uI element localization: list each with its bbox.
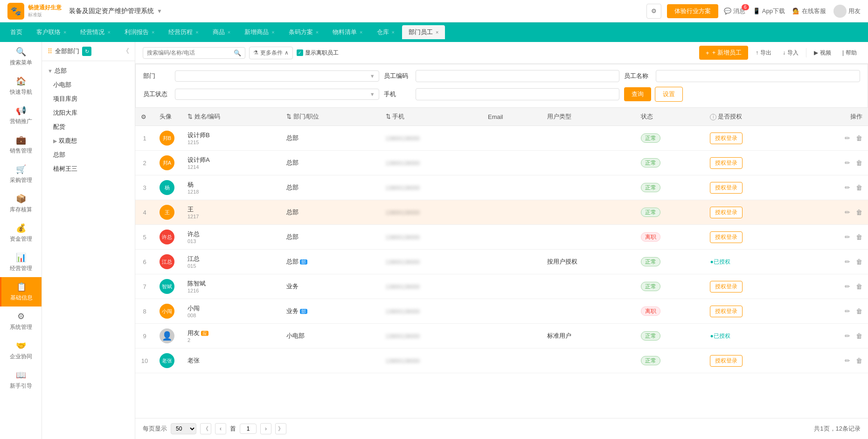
delete-button[interactable]: 🗑	[856, 209, 862, 216]
tab-barcode[interactable]: 条码方案 ×	[282, 25, 325, 39]
first-page-button[interactable]: 《	[200, 423, 211, 434]
dept-filter-select[interactable]: ▼	[175, 70, 379, 82]
user-area[interactable]: 用友	[833, 5, 861, 18]
sidebar-item-operations-nav[interactable]: 📊 经营管理	[0, 248, 42, 277]
settings-button[interactable]: ⚙	[646, 4, 661, 19]
sidebar-item-finance[interactable]: 💰 资金管理	[0, 218, 42, 248]
close-icon[interactable]: ×	[360, 29, 362, 35]
close-icon[interactable]: ×	[392, 29, 395, 35]
emp-code-input[interactable]	[416, 70, 620, 82]
import-button[interactable]: ↓ 导入	[779, 47, 802, 59]
dept-tree-item-zongbu2[interactable]: 总部	[42, 148, 135, 162]
close-icon[interactable]: ×	[228, 29, 230, 35]
page-number-input[interactable]	[240, 424, 257, 434]
delete-button[interactable]: 🗑	[856, 233, 862, 241]
sidebar-item-collab[interactable]: 🤝 企业协同	[0, 336, 42, 365]
help-button[interactable]: | 帮助	[839, 47, 861, 59]
close-icon[interactable]: ×	[271, 29, 274, 35]
col-dept[interactable]: ⇅ 部门/职位	[281, 108, 380, 126]
prev-page-button[interactable]: ‹	[215, 423, 226, 434]
tab-operations[interactable]: 经营情况 ×	[74, 25, 117, 39]
dept-tree-item-xiangmu[interactable]: 项目库房	[42, 92, 135, 106]
auth-login-button[interactable]: 授权登录	[710, 182, 743, 194]
phone-input[interactable]	[416, 88, 620, 100]
tab-department[interactable]: 部门员工 ×	[402, 25, 445, 39]
view-button[interactable]: ▶ 视频	[810, 47, 835, 59]
edit-button[interactable]: ✏	[845, 307, 850, 315]
tab-customer[interactable]: 客户联络 ×	[30, 25, 73, 39]
auth-login-button[interactable]: 授权登录	[710, 207, 743, 218]
sidebar-item-guide[interactable]: 📖 新手引导	[0, 365, 42, 395]
tab-home[interactable]: 首页	[4, 25, 29, 39]
message-button[interactable]: 💬 6 消息	[724, 7, 745, 15]
search-input-wrap[interactable]: 🔍	[143, 47, 245, 59]
close-icon[interactable]: ×	[316, 29, 319, 35]
edit-button[interactable]: ✏	[845, 134, 850, 142]
delete-button[interactable]: 🗑	[856, 332, 862, 340]
auth-login-button[interactable]: 授权登录	[710, 281, 743, 293]
sidebar-item-search[interactable]: 🔍 搜索菜单	[0, 42, 42, 71]
delete-button[interactable]: 🗑	[856, 307, 862, 315]
sidebar-item-shortcut[interactable]: 🏠 快速导航	[0, 71, 42, 101]
delete-button[interactable]: 🗑	[856, 134, 862, 142]
app-download-button[interactable]: 📱 App下载	[753, 7, 785, 15]
dept-tree-item-xiaodian[interactable]: 小电部	[42, 78, 135, 92]
tab-materials[interactable]: 物料清单 ×	[326, 25, 369, 39]
tab-warehouse[interactable]: 仓库 ×	[370, 25, 401, 39]
close-icon[interactable]: ×	[436, 29, 438, 35]
more-conditions-button[interactable]: ⚗ 更多条件 ∧	[249, 47, 293, 59]
dept-collapse-button[interactable]: 《	[123, 47, 129, 56]
edit-button[interactable]: ✏	[845, 209, 850, 216]
dept-refresh-button[interactable]: ↻	[82, 47, 91, 56]
tab-profit[interactable]: 利润报告 ×	[118, 25, 161, 39]
query-button[interactable]: 查询	[624, 87, 651, 101]
close-icon[interactable]: ×	[107, 29, 110, 35]
auth-login-button[interactable]: 授权登录	[710, 132, 743, 144]
delete-button[interactable]: 🗑	[856, 357, 862, 364]
col-name[interactable]: ⇅ 姓名/编码	[182, 108, 281, 126]
sidebar-item-system[interactable]: ⚙ 系统管理	[0, 307, 42, 336]
tab-new-goods[interactable]: 新增商品 ×	[238, 25, 281, 39]
emp-status-select[interactable]: ▼	[175, 89, 379, 100]
close-icon[interactable]: ×	[195, 29, 198, 35]
edit-button[interactable]: ✏	[845, 233, 850, 241]
set-button[interactable]: 设置	[655, 87, 683, 102]
edit-button[interactable]: ✏	[845, 283, 850, 290]
trial-button[interactable]: 体验行业方案	[667, 4, 718, 18]
col-phone[interactable]: ⇅ 手机	[380, 108, 482, 126]
emp-name-input[interactable]	[656, 70, 860, 82]
delete-button[interactable]: 🗑	[856, 184, 862, 191]
dept-tree-item-peihuo[interactable]: 配货	[42, 120, 135, 134]
dept-tree-item-chabi[interactable]: 植树王三	[42, 162, 135, 176]
last-page-button[interactable]: 》	[275, 423, 286, 434]
sidebar-item-marketing[interactable]: 📢 营销推广	[0, 101, 42, 130]
dropdown-arrow-icon[interactable]: ▼	[157, 8, 162, 14]
edit-button[interactable]: ✏	[845, 159, 850, 167]
auth-login-button[interactable]: 授权登录	[710, 355, 743, 367]
show-resigned-checkbox[interactable]: ✓ 显示离职员工	[297, 49, 339, 57]
search-input[interactable]	[147, 49, 232, 56]
tab-process[interactable]: 经营历程 ×	[162, 25, 205, 39]
sidebar-item-basic[interactable]: 📋 基础信息	[0, 277, 42, 307]
close-icon[interactable]: ×	[63, 29, 66, 35]
edit-button[interactable]: ✏	[845, 357, 850, 364]
export-button[interactable]: ↑ 导出	[752, 47, 775, 59]
auth-login-button[interactable]: 授权登录	[710, 157, 743, 169]
col-settings[interactable]: ⚙	[135, 108, 154, 126]
sidebar-item-inventory[interactable]: 📦 库存核算	[0, 189, 42, 218]
edit-button[interactable]: ✏	[845, 184, 850, 191]
edit-button[interactable]: ✏	[845, 258, 850, 265]
auth-login-button[interactable]: 授权登录	[710, 306, 743, 317]
dept-tree-item-shuanglang[interactable]: ▶ 双鹿想	[42, 134, 135, 148]
close-icon[interactable]: ×	[152, 29, 154, 35]
sidebar-item-purchase[interactable]: 🛒 采购管理	[0, 160, 42, 189]
online-service-button[interactable]: 💁 在线客服	[792, 7, 826, 15]
edit-button[interactable]: ✏	[845, 332, 850, 340]
add-employee-button[interactable]: + + 新增员工	[699, 46, 748, 60]
delete-button[interactable]: 🗑	[856, 159, 862, 167]
next-page-button[interactable]: ›	[260, 423, 271, 434]
dept-tree-item-shenyang[interactable]: 沈阳大库	[42, 106, 135, 120]
sidebar-item-sales[interactable]: 💼 销售管理	[0, 130, 42, 160]
delete-button[interactable]: 🗑	[856, 283, 862, 290]
page-size-select[interactable]: 50 100 200	[171, 423, 196, 434]
